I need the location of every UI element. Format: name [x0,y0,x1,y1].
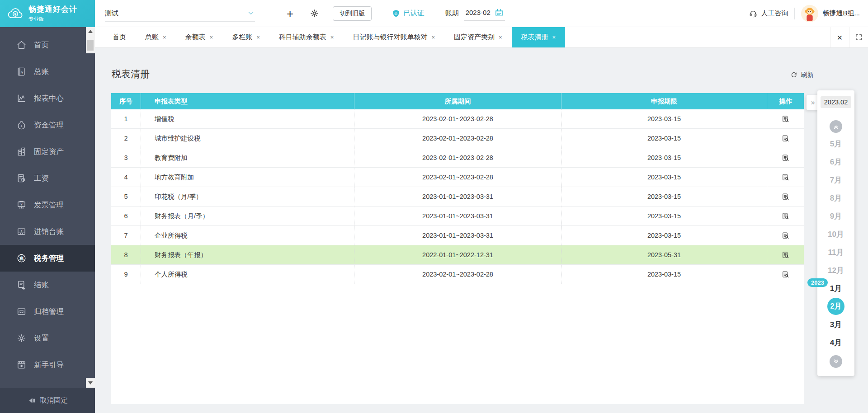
tab-close-icon[interactable]: × [163,34,166,41]
tab-首页[interactable]: 首页 [103,27,136,47]
view-report-button[interactable] [781,115,790,123]
row-deadline: 2023-03-15 [561,148,767,167]
table-row[interactable]: 3教育费附加2023-02-01~2023-02-282023-03-15 [111,148,804,168]
sidebar-item-home[interactable]: 首页 [0,32,95,58]
tab-余额表[interactable]: 余额表× [176,27,223,47]
refresh-label: 刷新 [801,70,814,79]
workspace-select[interactable]: 测试 [105,5,255,22]
month-item-12月[interactable]: 12月 [817,261,854,279]
view-report-button[interactable] [781,270,790,279]
view-report-button[interactable] [781,192,790,201]
refresh-button[interactable]: 刷新 [790,70,814,79]
view-report-button[interactable] [781,251,790,259]
tab-label: 科目辅助余额表 [279,33,326,42]
table-row[interactable]: 5印花税（月/季）2023-01-01~2023-03-312023-03-15 [111,187,804,206]
tab-controls: × [830,27,868,47]
tab-label: 首页 [113,33,126,42]
month-item-6月[interactable]: 6月 [817,153,854,171]
month-item-7月[interactable]: 7月 [817,171,854,189]
sidebar-item-guide[interactable]: 新手引导 [0,352,95,378]
view-report-button[interactable] [781,212,790,221]
month-item-3月[interactable]: 3月 [817,315,854,333]
app-edition: 专业版 [28,16,77,23]
settings-gear-icon[interactable] [310,9,319,18]
scroll-up-arrow-icon[interactable] [88,30,93,33]
view-report-button[interactable] [781,231,790,240]
unpin-sidebar-button[interactable]: 取消固定 [0,388,95,413]
month-item-4月[interactable]: 4月 [817,333,854,352]
scrollbar-thumb[interactable] [87,40,94,51]
sidebar-item-closing[interactable]: 结账 [0,272,95,298]
sidebar-item-inventory[interactable]: ¥进销台账 [0,218,95,245]
sidebar-item-archive[interactable]: 归档管理 [0,298,95,325]
months-scroll-down-button[interactable] [830,355,842,368]
tab-close-icon[interactable]: × [210,34,213,41]
tab-close-icon[interactable]: × [552,34,556,41]
month-item-10月[interactable]: 10月 [817,225,854,243]
tab-固定资产类别[interactable]: 固定资产类别× [444,27,512,47]
sidebar-item-invoice[interactable]: ¥发票管理 [0,192,95,218]
tab-close-icon[interactable]: × [256,34,260,41]
table-row[interactable]: 8财务报表（年报）2022-01-01~2022-12-312023-05-31 [111,245,804,265]
sidebar-item-tax[interactable]: 税税务管理 [0,245,95,272]
view-report-button[interactable] [781,154,790,162]
sidebar-scrollbar[interactable] [86,27,95,53]
month-item-11月[interactable]: 11月 [817,243,854,261]
sidebar-item-label: 发票管理 [34,200,64,210]
switch-old-version-button[interactable]: 切到旧版 [333,6,372,21]
tax-icon: 税 [16,253,27,263]
tab-close-icon[interactable]: × [330,34,334,41]
user-menu[interactable]: 畅捷通B组... [801,5,860,22]
main-content: 税表清册 刷新 序号申报表类型所属期间申报期限操作 1增值税2023-02-01… [95,48,868,413]
tab-日记账与银行对账单核对[interactable]: 日记账与银行对账单核对× [343,27,444,47]
certified-badge[interactable]: 企 已认证 [392,9,425,18]
row-no: 7 [111,226,141,245]
month-item-2月[interactable]: 2月 [817,297,854,315]
table-row[interactable]: 1增值税2023-02-01~2023-02-282023-03-15 [111,109,804,129]
sidebar-item-gear[interactable]: 设置 [0,325,95,352]
add-account-set-button[interactable]: + [287,8,293,19]
table-row[interactable]: 4地方教育附加2023-02-01~2023-02-282023-03-15 [111,168,804,187]
table-header: 序号申报表类型所属期间申报期限操作 [111,93,804,109]
month-item-8月[interactable]: 8月 [817,189,854,207]
close-tab-button[interactable]: × [830,27,849,47]
app-logo[interactable]: 畅捷通好会计 专业版 [0,0,95,27]
fullscreen-button[interactable] [849,27,868,47]
svg-text:¥: ¥ [20,124,23,128]
sidebar-item-payroll[interactable]: ¥工资 [0,165,95,192]
scroll-down-button[interactable] [86,378,95,388]
tab-label: 余额表 [185,33,206,42]
month-item-5月[interactable]: 5月 [817,135,854,153]
tab-总账[interactable]: 总账× [136,27,176,47]
table-row[interactable]: 2城市维护建设税2023-02-01~2023-02-282023-03-15 [111,129,804,148]
current-period-box[interactable]: 2023.02 [821,96,851,108]
tab-科目辅助余额表[interactable]: 科目辅助余额表× [269,27,344,47]
human-support-label: 人工咨询 [761,9,788,18]
unpin-label: 取消固定 [40,396,68,405]
svg-text:¥: ¥ [22,178,24,181]
closing-icon [16,280,27,290]
months-scroll-up-button[interactable] [830,120,842,133]
human-support-button[interactable]: 人工咨询 [749,9,788,18]
sidebar-item-ledger[interactable]: ¥总账 [0,58,95,85]
row-actions [767,265,804,284]
view-report-button[interactable] [781,134,790,143]
row-period: 2023-01-01~2023-03-31 [354,187,561,206]
tab-close-icon[interactable]: × [499,34,502,41]
tab-label: 日记账与银行对账单核对 [353,33,427,42]
sidebar-item-assets[interactable]: 固定资产 [0,138,95,165]
sidebar-item-label: 工资 [34,174,49,183]
tab-close-icon[interactable]: × [431,34,435,41]
row-no: 3 [111,148,141,167]
month-item-9月[interactable]: 9月 [817,207,854,225]
table-row[interactable]: 9个人所得税2023-02-01~2023-02-282023-03-15 [111,265,804,284]
view-report-button[interactable] [781,173,790,182]
period-picker[interactable]: 2023-02 [464,6,505,21]
table-row[interactable]: 6财务报表（月/季）2023-01-01~2023-03-312023-03-1… [111,206,804,226]
tab-多栏账[interactable]: 多栏账× [222,27,269,47]
tab-税表清册[interactable]: 税表清册× [512,27,566,47]
table-row[interactable]: 7企业所得税2023-01-01~2023-03-312023-03-15 [111,226,804,245]
sidebar-item-label: 结账 [34,280,49,290]
sidebar-item-funds[interactable]: ¥资金管理 [0,112,95,138]
sidebar-item-chart[interactable]: 报表中心 [0,85,95,112]
